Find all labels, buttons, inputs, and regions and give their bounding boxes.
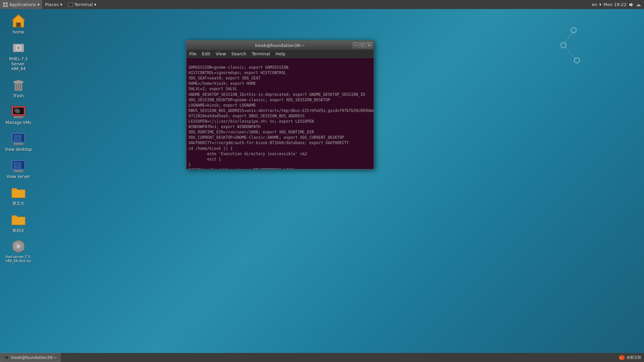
terminal-line-7: XDG_SESSION_DESKTOP=gnome-classic; expor… (189, 98, 330, 102)
svg-point-52 (12, 240, 24, 252)
svg-rect-39 (18, 138, 21, 141)
svg-text:C: C (620, 357, 622, 359)
fifth-folder-label: 第五次 (12, 201, 24, 206)
rhel-server-icon-label: RHEL-7.3 Server.x86_64 (5, 57, 32, 71)
network-icon[interactable] (636, 2, 641, 7)
svg-rect-46 (14, 166, 17, 168)
svg-rect-6 (6, 2, 8, 4)
terminal-line-4: HOME=/home/kiosk; export HOME (189, 81, 256, 86)
svg-rect-14 (17, 23, 20, 26)
rhel-iso-icon-label: rhel-server-7.3-x86_64-dvd.iso (6, 255, 32, 263)
svg-rect-28 (14, 116, 23, 118)
taskbar-terminal-item[interactable]: $_ kiosk@foundation39:~ (0, 353, 61, 362)
terminal-window: kiosk@foundation39:~ — □ ✕ File Edit Vie… (186, 40, 374, 169)
taskbar-terminal-label: kiosk@foundation39:~ (11, 355, 57, 360)
applications-label: Applications (9, 2, 36, 7)
fourth-folder-label: 第四次 (12, 228, 24, 233)
svg-rect-5 (3, 2, 5, 4)
svg-rect-8 (6, 5, 8, 7)
svg-rect-38 (14, 138, 17, 141)
terminal-icon: _ (68, 2, 73, 7)
svg-rect-47 (18, 166, 21, 168)
terminal-window-title: kiosk@foundation39:~ (255, 43, 305, 48)
home-icon-img (10, 13, 26, 29)
desktop-icon-home[interactable]: home (3, 12, 34, 36)
close-button[interactable]: ✕ (366, 42, 372, 48)
terminal-line-19: } (189, 162, 191, 167)
brand-text: 创新互联 (627, 355, 641, 360)
svg-rect-22 (16, 80, 20, 81)
terminal-line-8: LOGNAME=kiosk; export LOGNAME (189, 103, 256, 108)
terminal-line-11: LESSOPEN=\|\|/usr/bin/lesspipe.sh\ %s; e… (189, 119, 314, 124)
desktop-icon-fourth[interactable]: 第四次 (3, 210, 34, 234)
terminal-line-12: WINDOWPATH=1; export WINDOWPATH (189, 124, 261, 129)
terminal-file-menu[interactable]: File (186, 50, 199, 58)
panel-right: en ▾ Mon 19:22 (592, 2, 644, 7)
view-desktop-icon-img (10, 130, 26, 146)
terminal-line-5: SHLVL=2; export SHLVL (189, 86, 237, 91)
desktop-icon-manage-vms[interactable]: Manage VMs (3, 102, 34, 126)
trash-icon-label: Trash (13, 94, 24, 98)
top-panel: Applications ▾ Places ▾ _ Terminal ▾ en … (0, 0, 644, 9)
terminal-view-menu[interactable]: View (213, 50, 229, 58)
terminal-menubar: File Edit View Search Terminal Help (186, 50, 374, 58)
taskbar: $_ kiosk@foundation39:~ C 创新互联 (0, 353, 644, 362)
applications-menu[interactable]: Applications ▾ (0, 0, 42, 9)
terminal-output[interactable]: GDMSESSION=gnome-classic; export GDMSESS… (186, 58, 374, 169)
terminal-line-1: GDMSESSION=gnome-classic; export GDMSESS… (189, 65, 288, 70)
svg-rect-7 (3, 5, 5, 7)
places-label: Places (45, 2, 59, 7)
desktop-icon-fifth[interactable]: 第五次 (3, 183, 34, 207)
taskbar-terminal-icon: $_ (4, 355, 9, 360)
brand-icon: C (619, 354, 625, 361)
svg-rect-29 (13, 118, 24, 118)
terminal-line-15: XAUTHORITY=/run/gdm/auth-for-kiosk-BT1bk… (189, 140, 349, 145)
terminal-line-10: 9712020ea5dad5ea5; export DBUS_SESSION_B… (189, 114, 305, 118)
desktop-icon-rhel-iso[interactable]: rhel-server-7.3-x86_64-dvd.iso (3, 237, 34, 264)
language-indicator[interactable]: en (592, 2, 597, 7)
svg-rect-37 (18, 135, 21, 138)
fifth-folder-icon-img (10, 184, 26, 200)
terminal-line-2: HISTCONTROL=ignoredups; export HISTCONTR… (189, 70, 286, 75)
terminal-window-controls: — □ ✕ (353, 42, 372, 48)
manage-vms-icon-label: Manage VMs (6, 120, 31, 125)
view-server-icon-label: View server (7, 174, 30, 179)
svg-text:$_: $_ (5, 357, 8, 359)
terminal-line-16: cd /home/kiosk || { (189, 146, 233, 151)
terminal-help-menu[interactable]: Help (273, 50, 288, 58)
applications-arrow: ▾ (37, 2, 40, 7)
desktop-icons-area: home RHEL-7.3 Server.x86_64 (3, 12, 34, 264)
svg-text:_: _ (69, 3, 70, 6)
desktop-icon-view-server[interactable]: View server (3, 156, 34, 180)
trash-icon-img (10, 77, 26, 93)
brand-logo: C 创新互联 (619, 354, 641, 361)
terminal-line-14: XDG_CURRENT_DESKTOP=GNOME-Classic:GNOME;… (189, 135, 344, 140)
terminal-arrow: ▾ (94, 2, 97, 7)
svg-rect-36 (14, 135, 17, 138)
terminal-line-6: GNOME_DESKTOP_SESSION_ID=this-is-depreca… (189, 92, 365, 97)
maximize-button[interactable]: □ (360, 42, 366, 48)
svg-rect-44 (14, 162, 17, 165)
terminal-line-9: DBUS_SESSION_BUS_ADDRESS=unix:abstract=/… (189, 108, 374, 113)
desktop-icon-view-desktop[interactable]: View desktop (3, 129, 34, 153)
terminal-search-menu[interactable]: Search (229, 50, 249, 58)
terminal-label: Terminal (74, 2, 93, 7)
terminal-edit-menu[interactable]: Edit (199, 50, 213, 58)
svg-rect-45 (18, 162, 21, 165)
terminal-terminal-menu[interactable]: Terminal (249, 50, 273, 58)
svg-rect-42 (14, 170, 23, 172)
clock: Mon 19:22 (603, 2, 627, 7)
svg-rect-35 (13, 144, 24, 145)
desktop-icon-trash[interactable]: Trash (3, 75, 34, 100)
terminal-line-3: XDG_SEAT=seat0; export XDG_SEAT (189, 76, 261, 80)
desktop-icon-rhel-server[interactable]: RHEL-7.3 Server.x86_64 (3, 39, 34, 72)
terminal-menu[interactable]: _ Terminal ▾ (65, 0, 99, 9)
places-menu[interactable]: Places ▾ (42, 0, 65, 9)
taskbar-right: C 创新互联 (619, 354, 644, 361)
rhel-server-icon-img (10, 40, 26, 56)
applications-icon (3, 2, 8, 7)
volume-icon[interactable] (629, 2, 634, 7)
lang-arrow: ▾ (599, 2, 601, 7)
fourth-folder-icon-img (10, 212, 26, 228)
minimize-button[interactable]: — (353, 42, 359, 48)
